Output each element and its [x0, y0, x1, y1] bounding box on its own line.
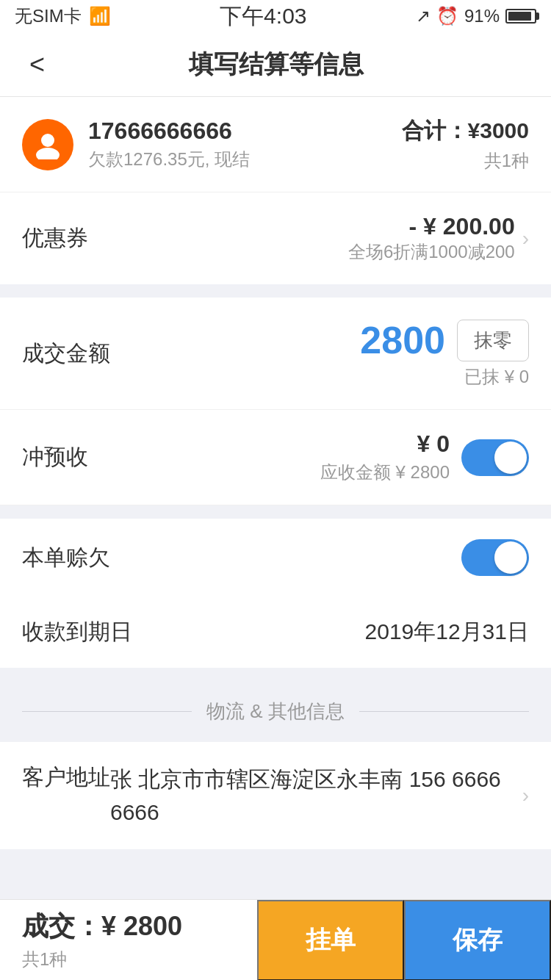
address-card: 客户地址 张 北京市市辖区海淀区永丰南 156 6666 6666 ›	[0, 742, 551, 849]
bottom-amount: ¥ 2800	[101, 911, 182, 941]
due-date-value: 2019年12月31日	[365, 617, 529, 647]
status-left: 无SIM卡 📶	[15, 4, 111, 28]
prepay-toggle[interactable]	[461, 439, 529, 476]
content: 17666666666 欠款1276.35元, 现结 合计：¥3000 共1种 …	[0, 97, 551, 980]
alarm-icon: ⏰	[436, 6, 458, 26]
rounded-sub: 已抹 ¥ 0	[360, 365, 529, 389]
nav-bar: < 填写结算等信息	[0, 32, 551, 97]
round-zero-button[interactable]: 抹零	[457, 320, 529, 361]
total-info: 合计：¥3000 共1种	[402, 116, 529, 173]
transaction-right: 2800 抹零 已抹 ¥ 0	[360, 318, 529, 389]
customer-info: 17666666666 欠款1276.35元, 现结	[88, 118, 402, 171]
transaction-row: 成交金额 2800 抹零 已抹 ¥ 0	[0, 298, 551, 410]
location-icon: ↗	[416, 6, 431, 26]
coupon-label: 优惠券	[22, 223, 88, 253]
status-right: ↗ ⏰ 91%	[416, 6, 536, 26]
arrears-card: 本单赊欠 收款到期日 2019年12月31日	[0, 519, 551, 668]
transaction-label: 成交金额	[22, 339, 110, 369]
back-button[interactable]: <	[22, 42, 52, 87]
arrears-toggle-knob	[494, 541, 527, 574]
divider-text: 物流 & 其他信息	[192, 699, 359, 724]
svg-point-1	[36, 148, 60, 159]
customer-phone: 17666666666	[88, 118, 402, 145]
transaction-amount-col: 2800 抹零 已抹 ¥ 0	[360, 318, 529, 389]
save-button[interactable]: 保存	[404, 900, 551, 981]
address-chevron-icon: ›	[522, 784, 529, 807]
prepay-sub: 应收金额 ¥ 2800	[320, 461, 450, 484]
due-date-label: 收款到期日	[22, 617, 132, 647]
address-row[interactable]: 客户地址 张 北京市市辖区海淀区永丰南 156 6666 6666 ›	[0, 742, 551, 849]
divider-line-left	[22, 711, 192, 712]
customer-card: 17666666666 欠款1276.35元, 现结 合计：¥3000 共1种 …	[0, 97, 551, 284]
address-content: 张 北京市市辖区海淀区永丰南 156 6666 6666	[110, 763, 515, 829]
prepay-label: 冲预收	[22, 442, 88, 472]
bottom-bar: 成交：¥ 2800 共1种 挂单 保存	[0, 899, 551, 980]
battery-percent: 91%	[464, 6, 500, 26]
coupon-row[interactable]: 优惠券 - ¥ 200.00 全场6折满1000减200 ›	[0, 192, 551, 284]
transaction-card: 成交金额 2800 抹零 已抹 ¥ 0 冲预收 ¥ 0 应	[0, 298, 551, 505]
status-time: 下午4:03	[220, 1, 306, 32]
pending-button[interactable]: 挂单	[257, 900, 404, 981]
total-sub: 共1种	[402, 149, 529, 173]
due-date-row: 收款到期日 2019年12月31日	[0, 597, 551, 668]
coupon-discount: - ¥ 200.00	[348, 213, 515, 240]
battery-icon	[505, 9, 536, 24]
arrears-toggle[interactable]	[461, 539, 529, 576]
coupon-right: - ¥ 200.00 全场6折满1000减200 ›	[348, 213, 529, 264]
customer-row: 17666666666 欠款1276.35元, 现结 合计：¥3000 共1种	[0, 97, 551, 192]
coupon-desc: 全场6折满1000减200	[348, 240, 515, 264]
transaction-amount: 2800	[360, 318, 445, 362]
prepay-right: ¥ 0 应收金额 ¥ 2800	[320, 430, 529, 484]
prepay-amount-col: ¥ 0 应收金额 ¥ 2800	[320, 430, 450, 484]
toggle-knob	[494, 442, 527, 474]
svg-point-0	[41, 134, 54, 147]
chevron-right-icon: ›	[522, 227, 529, 251]
divider-line-right	[359, 711, 529, 712]
prepay-row: 冲预收 ¥ 0 应收金额 ¥ 2800	[0, 410, 551, 505]
page-title: 填写结算等信息	[67, 48, 485, 82]
bottom-spacer	[0, 862, 551, 892]
avatar	[22, 119, 73, 170]
carrier-text: 无SIM卡	[15, 4, 82, 28]
status-bar: 无SIM卡 📶 下午4:03 ↗ ⏰ 91%	[0, 0, 551, 32]
address-label: 客户地址	[22, 763, 110, 793]
bottom-total: 成交：¥ 2800	[22, 909, 235, 945]
bottom-sub: 共1种	[22, 948, 235, 971]
bottom-prefix: 成交：	[22, 911, 101, 941]
section-divider: 物流 & 其他信息	[0, 681, 551, 742]
bottom-summary: 成交：¥ 2800 共1种	[0, 909, 257, 971]
total-amount: 合计：¥3000	[402, 116, 529, 146]
customer-subtext: 欠款1276.35元, 现结	[88, 148, 402, 171]
wifi-icon: 📶	[89, 6, 111, 26]
prepay-amount: ¥ 0	[417, 430, 450, 457]
arrears-row: 本单赊欠	[0, 519, 551, 597]
arrears-label: 本单赊欠	[22, 543, 110, 573]
